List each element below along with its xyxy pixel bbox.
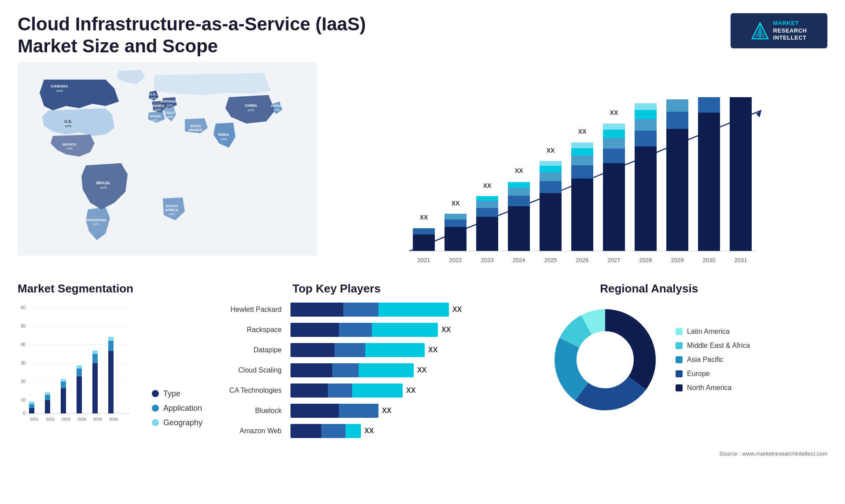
application-dot: [152, 405, 159, 412]
legend-application-label: Application: [163, 404, 202, 413]
svg-text:ITALY: ITALY: [165, 111, 175, 115]
svg-text:xx%: xx%: [220, 137, 227, 141]
svg-rect-54: [508, 196, 530, 206]
svg-rect-127: [77, 369, 82, 376]
world-map: CANADA xx% U.S. xx% MEXICO xx% BRAZIL xx…: [18, 62, 317, 256]
player-name: Cloud Scaling: [211, 366, 286, 374]
svg-rect-118: [45, 400, 50, 413]
bottom-row: Market Segmentation 60 50 40 30 20 10 0: [0, 273, 845, 449]
svg-rect-132: [92, 351, 98, 354]
svg-text:XX: XX: [547, 147, 555, 154]
player-bar: [290, 343, 425, 357]
svg-rect-83: [635, 110, 657, 119]
player-name: CA Technologies: [211, 387, 286, 394]
svg-text:xx%: xx%: [66, 147, 72, 150]
svg-text:SPAIN: SPAIN: [150, 114, 161, 118]
svg-text:xx%: xx%: [65, 124, 71, 128]
page-title: Cloud Infrastructure-as-a-Service (IaaS)…: [18, 13, 378, 58]
regional-legend: Latin America Middle East & Africa Asia …: [676, 328, 750, 392]
regional-title: Regional Analysis: [470, 282, 827, 296]
svg-rect-89: [666, 99, 688, 112]
svg-rect-115: [29, 404, 34, 408]
svg-text:AFRICA: AFRICA: [165, 208, 178, 212]
player-value: XX: [441, 326, 451, 334]
svg-text:2026: 2026: [109, 417, 118, 421]
player-bar-container: XX: [290, 303, 462, 317]
svg-rect-42: [445, 227, 467, 251]
legend-north-america: North America: [676, 384, 750, 392]
svg-rect-68: [571, 156, 593, 165]
svg-rect-60: [540, 181, 562, 193]
svg-rect-47: [476, 217, 498, 251]
svg-rect-82: [635, 119, 657, 131]
type-dot: [152, 390, 159, 397]
players-title: Top Key Players: [211, 282, 462, 296]
svg-text:2023: 2023: [62, 417, 70, 421]
svg-text:2021: 2021: [418, 257, 430, 263]
svg-rect-66: [571, 179, 593, 251]
svg-text:2031: 2031: [735, 257, 747, 263]
svg-rect-84: [635, 103, 657, 110]
svg-text:50: 50: [21, 324, 26, 329]
svg-rect-76: [603, 130, 625, 138]
svg-text:60: 60: [21, 305, 26, 310]
player-bar-container: XX: [290, 363, 462, 377]
svg-text:SOUTH: SOUTH: [165, 204, 178, 208]
svg-text:XX: XX: [642, 97, 650, 99]
latin-america-dot: [676, 328, 683, 335]
svg-rect-80: [635, 146, 657, 251]
svg-text:xx%: xx%: [56, 89, 62, 93]
svg-point-143: [579, 333, 632, 386]
svg-text:XX: XX: [610, 109, 618, 116]
svg-text:BRAZIL: BRAZIL: [96, 181, 111, 185]
svg-rect-61: [540, 172, 562, 181]
svg-text:40: 40: [21, 342, 26, 347]
svg-rect-135: [108, 341, 114, 351]
svg-text:CHINA: CHINA: [245, 103, 257, 108]
player-bar: [290, 363, 414, 377]
svg-rect-96: [730, 97, 752, 251]
svg-text:SAUDI: SAUDI: [190, 124, 201, 128]
svg-rect-44: [445, 214, 467, 219]
svg-text:0: 0: [23, 411, 26, 416]
svg-text:xx%: xx%: [169, 212, 174, 215]
player-name: Bluelock: [211, 407, 286, 415]
svg-rect-77: [603, 124, 625, 130]
svg-text:xx%: xx%: [166, 104, 172, 107]
donut-chart: [548, 303, 662, 417]
players-section: Top Key Players Hewlett Packard XX Racks…: [211, 282, 462, 444]
player-bar: [290, 303, 449, 317]
player-row: Hewlett Packard XX: [211, 303, 462, 317]
svg-rect-73: [603, 163, 625, 251]
svg-text:xx%: xx%: [273, 108, 279, 111]
player-bar: [290, 404, 378, 418]
regional-section: Regional Analysis: [470, 282, 827, 444]
geography-dot: [152, 419, 159, 426]
player-name: Rackspace: [211, 326, 286, 334]
player-value: XX: [406, 387, 415, 394]
svg-rect-55: [508, 188, 530, 196]
logo-box: MARKET RESEARCH INTELLECT: [731, 13, 827, 48]
svg-rect-122: [61, 388, 66, 413]
europe-dot: [676, 370, 683, 377]
legend-application: Application: [152, 404, 202, 413]
svg-rect-124: [61, 379, 66, 382]
svg-text:xx%: xx%: [150, 97, 156, 100]
svg-rect-62: [540, 166, 562, 172]
player-row: Bluelock XX: [211, 404, 462, 418]
svg-text:ARABIA: ARABIA: [188, 128, 202, 132]
svg-rect-53: [508, 206, 530, 251]
svg-rect-123: [61, 382, 66, 388]
asia-pacific-label: Asia Pacific: [687, 356, 724, 364]
svg-rect-126: [77, 376, 82, 413]
svg-rect-114: [29, 408, 34, 413]
svg-text:XX: XX: [578, 128, 587, 135]
legend-type-label: Type: [163, 389, 180, 398]
player-bar-container: XX: [290, 343, 462, 357]
svg-text:2024: 2024: [77, 417, 86, 421]
svg-rect-81: [635, 131, 657, 146]
legend-middle-east-africa: Middle East & Africa: [676, 342, 750, 350]
svg-text:2028: 2028: [639, 257, 652, 263]
player-row: Rackspace XX: [211, 323, 462, 337]
regional-content: Latin America Middle East & Africa Asia …: [470, 303, 827, 417]
